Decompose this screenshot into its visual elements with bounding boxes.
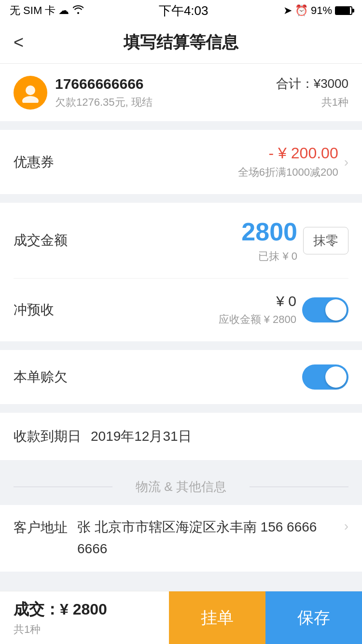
customer-debt: 欠款1276.35元, 现结	[55, 95, 153, 110]
due-date-value: 2019年12月31日	[91, 427, 192, 446]
bottom-count: 共1种	[14, 622, 155, 637]
coupon-chevron-icon: ›	[344, 154, 348, 170]
debt-row: 本单赊欠	[0, 350, 362, 404]
prepay-right: ¥ 0 应收金额 ¥ 2800	[219, 293, 348, 327]
prepay-toggle[interactable]	[302, 297, 348, 322]
status-bar: 无 SIM 卡 ☁ 下午4:03 ➤ ⏰ 91%	[0, 0, 362, 21]
bottom-bar: 成交：¥ 2800 共1种 挂单 保存	[0, 591, 362, 644]
wifi-icon	[73, 4, 84, 17]
sep-line-right	[250, 487, 348, 487]
coupon-label: 优惠券	[14, 153, 54, 171]
prepay-sub: 应收金额 ¥ 2800	[219, 312, 296, 327]
total-count: 共1种	[276, 95, 348, 110]
due-date-row: 收款到期日 2019年12月31日	[0, 413, 362, 460]
bottom-summary: 成交：¥ 2800 共1种	[0, 599, 169, 637]
status-right: ➤ ⏰ 91%	[283, 4, 352, 17]
coupon-section: 优惠券 - ¥ 200.00 全场6折满1000减200 ›	[0, 130, 362, 194]
logistics-label: 物流 & 其他信息	[136, 478, 226, 495]
transaction-amount: 2800	[241, 218, 297, 246]
sep-line-left	[14, 487, 112, 487]
status-left: 无 SIM 卡 ☁	[10, 3, 84, 18]
address-label: 客户地址	[14, 517, 68, 537]
customer-right: 合计：¥3000 共1种	[276, 75, 348, 110]
prepay-row: 冲预收 ¥ 0 应收金额 ¥ 2800	[14, 279, 348, 341]
alarm-icon: ⏰	[295, 4, 308, 17]
prepay-label: 冲预收	[14, 301, 54, 319]
bottom-deal: 成交：¥ 2800	[14, 599, 155, 620]
status-time: 下午4:03	[159, 2, 209, 19]
debt-toggle-knob	[325, 366, 347, 388]
transaction-label: 成交金额	[14, 231, 68, 250]
coupon-sub: 全场6折满1000减200	[238, 165, 338, 180]
address-chevron-icon: ›	[344, 517, 348, 534]
coupon-right: - ¥ 200.00 全场6折满1000减200 ›	[238, 144, 348, 180]
customer-phone: 17666666666	[55, 76, 153, 92]
deal-label: 成交：	[14, 601, 60, 618]
customer-info: 17666666666 欠款1276.35元, 现结	[55, 76, 153, 110]
customer-card: 17666666666 欠款1276.35元, 现结 合计：¥3000 共1种	[0, 64, 362, 121]
prepay-value-block: ¥ 0 应收金额 ¥ 2800	[219, 293, 296, 327]
transaction-right: 2800 已抹 ¥ 0 抹零	[241, 217, 348, 264]
sim-label: 无 SIM 卡 ☁	[10, 3, 69, 18]
svg-point-0	[26, 85, 35, 95]
transaction-sub: 已抹 ¥ 0	[241, 249, 297, 264]
transaction-row: 成交金额 2800 已抹 ¥ 0 抹零	[14, 203, 348, 279]
due-date-label: 收款到期日	[14, 427, 81, 446]
customer-left: 17666666666 欠款1276.35元, 现结	[14, 76, 153, 110]
transaction-section: 成交金额 2800 已抹 ¥ 0 抹零 冲预收 ¥ 0 应收金额 ¥ 2800	[0, 203, 362, 341]
svg-point-1	[22, 96, 39, 103]
hang-button[interactable]: 挂单	[169, 591, 265, 644]
logistics-separator: 物流 & 其他信息	[0, 469, 362, 505]
nav-bar: < 填写结算等信息	[0, 21, 362, 64]
save-button[interactable]: 保存	[265, 591, 362, 644]
total-amount: 合计：¥3000	[276, 75, 348, 92]
round-button[interactable]: 抹零	[303, 227, 348, 254]
prepay-amount: ¥ 0	[219, 293, 296, 309]
debt-label: 本单赊欠	[14, 368, 68, 386]
address-section[interactable]: 客户地址 张 北京市市辖区海淀区永丰南 156 6666 6666 ›	[0, 505, 362, 572]
back-button[interactable]: <	[14, 32, 24, 53]
main-content: 17666666666 欠款1276.35元, 现结 合计：¥3000 共1种 …	[0, 64, 362, 644]
battery-icon	[335, 6, 352, 15]
coupon-value-block: - ¥ 200.00 全场6折满1000减200	[238, 144, 338, 180]
transaction-value-block: 2800 已抹 ¥ 0	[241, 217, 297, 264]
coupon-row[interactable]: 优惠券 - ¥ 200.00 全场6折满1000减200 ›	[14, 130, 348, 194]
page-title: 填写结算等信息	[124, 31, 238, 54]
coupon-value: - ¥ 200.00	[238, 144, 338, 162]
battery-percent: 91%	[311, 4, 332, 17]
deal-value: ¥ 2800	[60, 601, 107, 618]
debt-toggle[interactable]	[302, 364, 348, 390]
location-icon: ➤	[283, 4, 292, 17]
avatar	[14, 76, 47, 110]
address-value: 张 北京市市辖区海淀区永丰南 156 6666 6666	[77, 517, 344, 560]
toggle-knob	[325, 299, 347, 321]
